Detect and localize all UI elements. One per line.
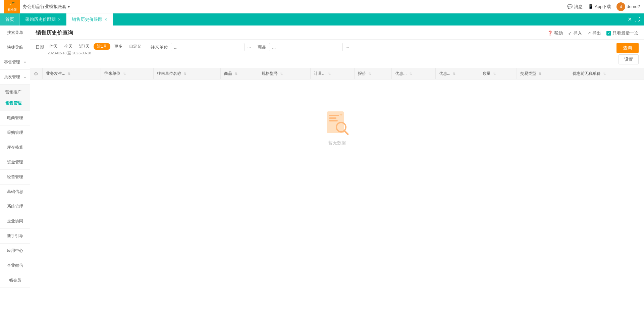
th-qty[interactable]: 数量 ⇅ [479, 68, 517, 80]
goods-search-icon[interactable]: ··· [345, 45, 349, 50]
query-button[interactable]: 查询 [616, 43, 639, 53]
search-label: 搜索菜单 [7, 30, 23, 36]
th-qty-label: 数量 [483, 71, 491, 76]
topbar-left: 🍊 标准版 办公用品行业模拟账套 ▾ [4, 0, 70, 13]
date-btn-today[interactable]: 今天 [62, 43, 75, 50]
th-discount1[interactable]: 优惠... ⇅ [392, 68, 435, 80]
sidebar-item-system[interactable]: 系统管理 [0, 199, 30, 214]
guide-label: 新手引导 [7, 233, 23, 239]
th-settings: ⚙ [30, 68, 42, 80]
tab-purchase-history[interactable]: 采购历史价跟踪 ✕ [20, 13, 66, 25]
settings-button[interactable]: 设置 [619, 54, 639, 64]
th-discount1-label: 优惠... [395, 71, 407, 76]
app-center-label: 应用中心 [7, 248, 23, 254]
svg-text:✦: ✦ [339, 112, 343, 117]
sidebar-item-purchase[interactable]: 采购管理 [0, 125, 30, 140]
app-selector[interactable]: 办公用品行业模拟账套 ▾ [23, 4, 70, 10]
th-price[interactable]: 报价 ⇅ [354, 68, 392, 80]
th-unit-label: 计量... [314, 71, 325, 76]
help-label: 帮助 [554, 30, 563, 36]
goods-filter-field: 商品 ··· [258, 43, 349, 51]
tab-home[interactable]: 首页 [0, 13, 20, 25]
partner-input[interactable] [171, 43, 245, 51]
th-partner-code[interactable]: 往来单位 ⇅ [101, 68, 153, 80]
th-spec-label: 规格型号 [262, 71, 278, 76]
home-tab-label: 首页 [5, 16, 14, 22]
purchase-label: 采购管理 [7, 130, 23, 136]
sidebar-item-search[interactable]: 搜索菜单 [0, 25, 30, 40]
app-download-button[interactable]: 📱 App下载 [588, 4, 611, 10]
sidebar-item-sales-mgmt[interactable]: 销售管理 [0, 98, 30, 109]
sidebar-item-operations[interactable]: 经营管理 [0, 170, 30, 185]
th-unit[interactable]: 计量... ⇅ [311, 68, 354, 80]
date-btn-custom[interactable]: 自定义 [126, 43, 144, 50]
table-container: ⚙ 业务发生... ⇅ 往来单位 ⇅ 往来单位名称 ⇅ [30, 68, 644, 310]
goods-input[interactable] [269, 43, 343, 51]
date-btn-yesterday[interactable]: 昨天 [47, 43, 60, 50]
import-icon: ↙ [568, 31, 572, 36]
sidebar-item-retail[interactable]: 零售管理 ▾ [0, 55, 30, 70]
th-partner-name[interactable]: 往来单位名称 ⇅ [153, 68, 221, 80]
page-title: 销售历史价查询 [36, 30, 73, 37]
inventory-label: 库存核算 [7, 145, 23, 150]
partner-search-icon[interactable]: ··· [247, 45, 251, 50]
sidebar-item-quick-nav[interactable]: 快捷导航 [0, 40, 30, 55]
export-button[interactable]: ↗ 导出 [587, 30, 601, 36]
sidebar-item-base-info[interactable]: 基础信息 [0, 185, 30, 199]
close-sales-history-icon[interactable]: ✕ [104, 17, 107, 22]
finance-label: 资金管理 [7, 159, 23, 165]
sidebar-item-enterprise[interactable]: 企业协同 [0, 214, 30, 229]
th-pre-tax-price[interactable]: 优惠前无税单价 ⇅ [569, 68, 644, 80]
date-btn-more[interactable]: 更多 [112, 43, 125, 50]
sort-arrows-pre-tax-price: ⇅ [603, 72, 606, 75]
sidebar-item-member[interactable]: 畅会员 [0, 273, 30, 288]
sidebar-item-app-center[interactable]: 应用中心 [0, 244, 30, 258]
topbar: 🍊 标准版 办公用品行业模拟账套 ▾ 💬 消息 📱 App下载 d demo2 [0, 0, 644, 13]
th-discount2[interactable]: 优惠... ⇅ [435, 68, 479, 80]
system-label: 系统管理 [7, 204, 23, 209]
sidebar-item-wechat[interactable]: 企业微信 [0, 258, 30, 273]
user-menu[interactable]: d demo2 [616, 2, 640, 11]
sort-arrows-discount2: ⇅ [453, 72, 455, 75]
sort-arrows-biz-date: ⇅ [68, 72, 70, 75]
filter-bar: 日期 昨天 今天 近7天 近1月 更多 自定义 2023-02-18 至 202… [30, 40, 644, 68]
th-pre-tax-price-label: 优惠前无税单价 [573, 71, 601, 76]
date-label: 日期 [36, 43, 44, 50]
th-trade-type[interactable]: 交易类型 ⇅ [517, 68, 569, 80]
sort-arrows-partner-code: ⇅ [123, 72, 126, 75]
empty-text: 暂无数据 [328, 140, 346, 146]
th-biz-date[interactable]: 业务发生... ⇅ [42, 68, 101, 80]
th-goods-label: 商品 [224, 71, 232, 76]
tabbar-actions: ✕ ⛶ [628, 17, 644, 22]
sidebar-item-wholesale[interactable]: 批发管理 ▴ [0, 70, 30, 85]
th-goods[interactable]: 商品 ⇅ [221, 68, 258, 80]
import-button[interactable]: ↙ 导入 [568, 30, 582, 36]
sidebar-item-marketing[interactable]: 营销推广 [0, 87, 30, 98]
marketing-label: 营销推广 [5, 89, 21, 95]
column-settings-icon[interactable]: ⚙ [34, 71, 38, 76]
sales-mgmt-label: 销售管理 [5, 100, 21, 106]
logo[interactable]: 🍊 标准版 [4, 0, 20, 13]
sidebar-item-guide[interactable]: 新手引导 [0, 229, 30, 244]
date-btn-1month[interactable]: 近1月 [94, 43, 111, 50]
sidebar-item-finance[interactable]: 资金管理 [0, 155, 30, 170]
sort-arrows-qty: ⇅ [493, 72, 496, 75]
sort-arrows-discount1: ⇅ [409, 72, 412, 75]
sidebar-item-inventory[interactable]: 库存核算 [0, 140, 30, 155]
close-purchase-history-icon[interactable]: ✕ [58, 17, 61, 22]
maximize-icon[interactable]: ⛶ [635, 17, 640, 22]
date-btn-7days[interactable]: 近7天 [76, 43, 92, 50]
close-all-tabs-icon[interactable]: ✕ [628, 17, 632, 22]
ecommerce-label: 电商管理 [7, 115, 23, 121]
tab-sales-history[interactable]: 销售历史价跟踪 ✕ [66, 13, 113, 25]
app-download-label: App下载 [595, 4, 611, 10]
message-button[interactable]: 💬 消息 [567, 4, 583, 10]
svg-rect-2 [329, 117, 336, 119]
sidebar-item-ecommerce[interactable]: 电商管理 [0, 111, 30, 125]
help-button[interactable]: ❓ 帮助 [547, 30, 563, 36]
th-spec[interactable]: 规格型号 ⇅ [258, 68, 310, 80]
purchase-history-tab-label: 采购历史价跟踪 [25, 16, 56, 22]
only-last-checkbox[interactable]: ✓ 只看最后一次 [606, 30, 639, 36]
th-partner-code-label: 往来单位 [104, 71, 120, 76]
svg-rect-1 [329, 115, 339, 116]
